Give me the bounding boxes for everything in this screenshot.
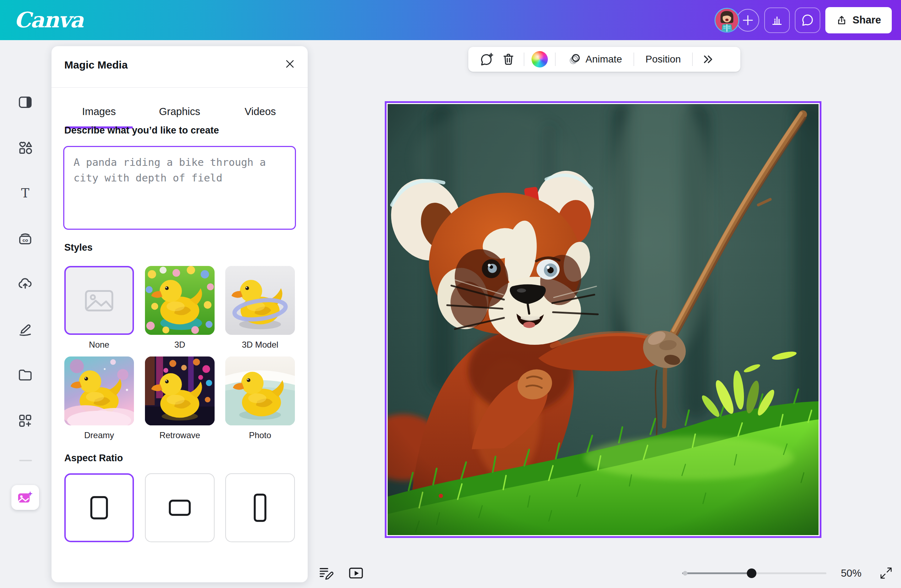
panel-header-divider (51, 87, 308, 88)
rail-divider (19, 460, 32, 461)
style-label: Photo (225, 430, 295, 440)
style-option-retrowave[interactable]: Retrowave (145, 356, 215, 440)
position-label: Position (645, 54, 681, 65)
double-chevron-right-icon (701, 52, 715, 66)
toolbar-divider (633, 53, 634, 66)
present-play-icon (348, 565, 364, 582)
color-picker-button[interactable] (530, 50, 549, 69)
add-comment-button[interactable] (477, 50, 496, 69)
portrait-ratio-icon (242, 490, 278, 525)
create-design-button[interactable] (736, 9, 759, 32)
notes-icon (318, 565, 334, 582)
page-controls (317, 565, 365, 582)
style-thumb-none (64, 266, 134, 335)
toolbar-divider (692, 53, 693, 66)
animate-button[interactable]: Animate (561, 50, 628, 69)
sidebar-item-text[interactable]: T (14, 182, 37, 205)
svg-text:T: T (21, 187, 29, 201)
magic-media-icon (17, 490, 33, 504)
style-option-3d[interactable]: 3D (145, 266, 215, 350)
cloud-upload-icon (17, 275, 33, 292)
panel-title: Magic Media (64, 59, 128, 71)
style-option-dreamy[interactable]: Dreamy (64, 356, 134, 440)
sidebar-item-magic-media[interactable] (11, 485, 39, 510)
style-thumb-photo (225, 356, 295, 425)
aspect-ratio-square[interactable] (64, 473, 134, 542)
text-icon: T (17, 185, 33, 202)
zoom-slider-thumb[interactable] (747, 568, 756, 578)
sidebar-item-draw[interactable] (14, 317, 37, 340)
styles-heading: Styles (64, 242, 93, 253)
zoom-slider-fill (682, 572, 751, 574)
sidebar-item-elements[interactable] (14, 136, 37, 159)
draw-pen-icon (17, 320, 33, 337)
notes-button[interactable] (317, 565, 335, 582)
share-button[interactable]: Share (825, 7, 892, 33)
style-label: 3D Model (225, 340, 295, 350)
panel-close-button[interactable] (281, 55, 298, 72)
present-button[interactable] (347, 565, 365, 582)
close-icon (284, 58, 296, 70)
fullscreen-button[interactable] (876, 563, 895, 583)
tab-videos[interactable]: Videos (220, 92, 301, 131)
upload-icon (836, 14, 847, 26)
magic-media-panel: Magic Media Images Graphics Videos Descr… (51, 46, 308, 582)
aspect-ratio-landscape[interactable] (145, 473, 215, 542)
canva-logo[interactable]: Canva (14, 0, 83, 40)
style-label: None (64, 340, 134, 350)
aspect-ratio-portrait[interactable] (225, 473, 295, 542)
position-button[interactable]: Position (640, 50, 687, 69)
zoom-slider[interactable] (682, 568, 823, 579)
sidebar-item-uploads[interactable] (14, 272, 37, 295)
toolbar-divider (524, 53, 524, 66)
style-label: Retrowave (145, 430, 215, 440)
prompt-input[interactable] (63, 146, 296, 230)
animate-icon (567, 52, 582, 67)
square-ratio-icon (81, 490, 117, 525)
apps-icon (17, 412, 33, 429)
account-avatar[interactable] (714, 8, 739, 33)
aspect-ratio-heading: Aspect Ratio (64, 453, 123, 464)
more-options-button[interactable] (698, 50, 718, 69)
sidebar-item-brand[interactable]: co (14, 228, 37, 250)
style-thumb-3d-model (225, 266, 295, 335)
expand-icon (879, 566, 893, 580)
zoom-percentage[interactable]: 50% (832, 568, 870, 579)
zoom-fit-dot (683, 571, 687, 576)
design-canvas-page[interactable] (385, 101, 822, 538)
svg-text:co: co (22, 238, 28, 243)
trash-icon (501, 52, 516, 67)
zoom-controls: 50% (682, 562, 895, 585)
animate-label: Animate (586, 54, 622, 65)
sidebar-item-apps[interactable] (14, 409, 37, 432)
color-wheel-icon (532, 51, 548, 67)
folder-icon (17, 367, 33, 383)
style-thumb-3d (145, 266, 215, 335)
style-thumb-dreamy (64, 356, 134, 425)
comment-plus-icon (479, 52, 494, 67)
brand-icon: co (17, 231, 33, 247)
prompt-label: Describe what you’d like to create (64, 125, 219, 136)
sidebar-item-projects[interactable] (14, 364, 37, 386)
style-label: Dreamy (64, 430, 134, 440)
style-option-none[interactable]: None (64, 266, 134, 350)
design-icon (17, 94, 33, 110)
style-thumb-retrowave (145, 356, 215, 425)
style-label: 3D (145, 340, 215, 350)
style-option-photo[interactable]: Photo (225, 356, 295, 440)
red-panda-image (388, 104, 818, 535)
sidebar-rail: T co (0, 40, 47, 588)
contextual-toolbar: Animate Position (468, 47, 740, 72)
delete-button[interactable] (499, 50, 518, 69)
toolbar-divider (555, 53, 556, 66)
bar-chart-icon (770, 13, 784, 27)
topbar-actions: Share (714, 7, 892, 33)
speech-bubble-icon (800, 13, 815, 27)
avatar-image (716, 9, 738, 32)
elements-icon (17, 139, 33, 156)
insights-button[interactable] (764, 8, 790, 33)
topbar: Canva Share (0, 0, 901, 40)
sidebar-item-design[interactable] (14, 91, 37, 114)
comments-button[interactable] (795, 8, 820, 33)
style-option-3d-model[interactable]: 3D Model (225, 266, 295, 350)
